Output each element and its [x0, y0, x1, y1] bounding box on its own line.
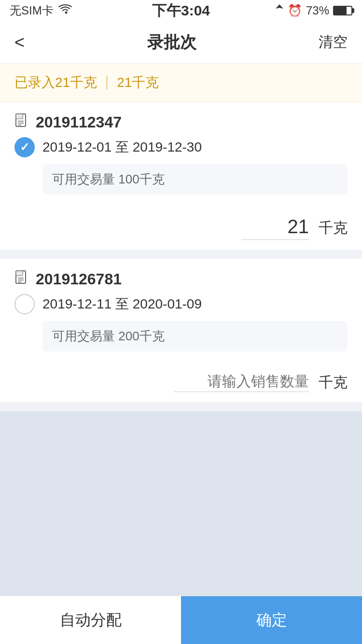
radio-2[interactable]	[14, 294, 35, 314]
batch-volume-box-1: 可用交易量 100千克	[42, 164, 348, 195]
batch-header-1: 2019112347	[14, 113, 348, 131]
radio-1[interactable]	[14, 137, 35, 157]
quantity-row-2: 千克	[0, 363, 362, 403]
batch-card-inner-1: 2019112347 2019-12-01 至 2019-12-30 可用交易量…	[0, 102, 362, 206]
battery-icon	[333, 6, 352, 15]
quantity-row-1: 千克	[0, 206, 362, 250]
summary-banner: 已录入21千克 21千克	[0, 64, 362, 102]
section-separator-1	[0, 251, 362, 259]
section-separator-2	[0, 404, 362, 411]
batch-volume-row-2: 可用交易量 200千克	[42, 321, 348, 351]
back-button[interactable]: <	[14, 32, 25, 53]
clear-button[interactable]: 清空	[319, 32, 348, 52]
wifi-icon	[58, 4, 72, 17]
auto-distribute-button[interactable]: 自动分配	[0, 596, 181, 644]
battery-percent: 73%	[306, 4, 329, 17]
status-left: 无SIM卡	[10, 3, 72, 18]
quantity-underline-2	[174, 373, 309, 392]
batch-header-2: 2019126781	[14, 270, 348, 288]
batch-card-inner-2: 2019126781 2019-12-11 至 2020-01-09 可用交易量…	[0, 259, 362, 363]
confirm-button[interactable]: 确定	[181, 596, 362, 644]
status-time: 下午3:04	[152, 1, 210, 21]
svg-rect-1	[16, 114, 23, 119]
quantity-unit-1: 千克	[319, 218, 348, 238]
quantity-input-2[interactable]	[174, 373, 309, 390]
quantity-input-1[interactable]	[241, 216, 309, 238]
bottom-bar: 自动分配 确定	[0, 596, 362, 644]
status-right: ⏰ 73%	[275, 4, 352, 17]
batch-volume-box-2: 可用交易量 200千克	[42, 321, 348, 351]
status-bar: 无SIM卡 下午3:04 ⏰ 73%	[0, 0, 362, 21]
page-title: 录批次	[147, 31, 196, 54]
batch-volume-row-1: 可用交易量 100千克	[42, 164, 348, 195]
batch-card-1: 2019112347 2019-12-01 至 2019-12-30 可用交易量…	[0, 102, 362, 250]
batch-date-row-1[interactable]: 2019-12-01 至 2019-12-30	[14, 137, 348, 157]
batch-card-2: 2019126781 2019-12-11 至 2020-01-09 可用交易量…	[0, 259, 362, 403]
empty-area	[0, 411, 362, 604]
quantity-underline-1	[241, 216, 309, 240]
carrier-text: 无SIM卡	[10, 3, 54, 18]
content-area: 2019112347 2019-12-01 至 2019-12-30 可用交易量…	[0, 102, 362, 644]
batch-doc-icon-2	[14, 270, 29, 288]
batch-date-row-2[interactable]: 2019-12-11 至 2020-01-09	[14, 294, 348, 314]
summary-divider	[107, 76, 107, 89]
batch-date-1: 2019-12-01 至 2019-12-30	[42, 138, 202, 156]
alarm-icon: ⏰	[288, 4, 302, 17]
location-icon	[275, 4, 284, 17]
quantity-unit-2: 千克	[319, 373, 348, 392]
nav-bar: < 录批次 清空	[0, 21, 362, 64]
summary-value: 21千克	[117, 73, 159, 92]
batch-id-2: 2019126781	[36, 270, 122, 288]
svg-rect-6	[16, 271, 23, 276]
batch-date-2: 2019-12-11 至 2020-01-09	[42, 295, 202, 313]
recorded-label: 已录入21千克	[14, 73, 97, 92]
batch-doc-icon-1	[14, 113, 29, 131]
batch-id-1: 2019112347	[36, 113, 122, 131]
